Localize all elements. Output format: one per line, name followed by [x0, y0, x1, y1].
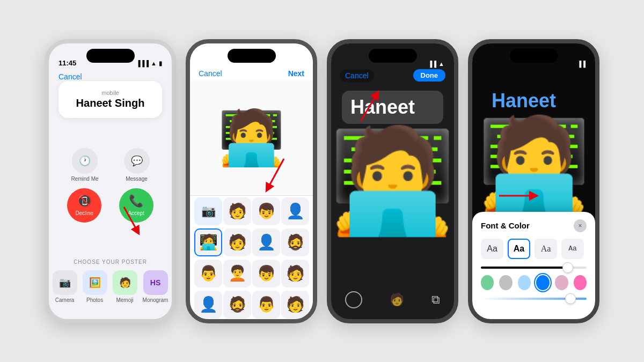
- svg-line-1: [124, 207, 137, 231]
- memoji-cell-15[interactable]: 🧑: [281, 291, 309, 319]
- signal-icon: ▐▐▐: [136, 60, 149, 67]
- font-size-slider[interactable]: [481, 267, 587, 269]
- memoji-cell-14[interactable]: 👨: [252, 291, 280, 319]
- camera-poster-option[interactable]: 📷 Camera: [53, 270, 77, 303]
- memoji-icon-bottom: 🧑: [390, 293, 404, 307]
- signal-icon-2: ▐▐: [287, 61, 296, 67]
- status-icons-4: ▐▐: [577, 61, 586, 67]
- font-option-2-selected[interactable]: Aa: [508, 239, 530, 259]
- panel-close-button[interactable]: ×: [574, 219, 587, 232]
- message-label: Message: [126, 176, 148, 182]
- poster-section-label: CHOOSE YOUR POSTER: [74, 259, 147, 265]
- remind-action[interactable]: 🕐 Remind Me: [71, 148, 98, 182]
- memoji-cell-13[interactable]: 🧔: [223, 291, 251, 319]
- phone2-header: Cancel Next: [190, 69, 313, 78]
- memoji-poster-option[interactable]: 🧑 Memoji: [113, 270, 137, 303]
- poster-options: 📷 Camera 🖼️ Photos 🧑 Memoji HS Monogram: [53, 270, 169, 303]
- color-swatch-lightblue[interactable]: [518, 275, 531, 290]
- memoji-cell-12[interactable]: 👤: [194, 291, 222, 319]
- font-option-4[interactable]: Aa: [561, 239, 584, 259]
- memoji-cell-2[interactable]: 👦: [252, 197, 280, 225]
- memoji-cell-9[interactable]: 🧑‍🦱: [223, 260, 251, 287]
- memoji-cell-8[interactable]: 👨: [194, 260, 222, 287]
- phone3-memoji-figure: 🧑‍💻: [329, 129, 456, 231]
- decline-phone-icon: 📵: [77, 194, 92, 208]
- phone-1: 11:45 ▐▐▐ ▲ ▮ Cancel mobile Haneet Singh…: [45, 39, 176, 323]
- memoji-cell-6[interactable]: 👤: [252, 228, 280, 256]
- camera-cell[interactable]: 📷: [194, 197, 222, 225]
- status-icons-2: ▐▐ ▲: [287, 61, 303, 67]
- opacity-slider[interactable]: [481, 298, 587, 300]
- memoji-cell-1[interactable]: 🧑: [223, 197, 251, 225]
- memoji-grid: 📷 🧑 👦 👤 🧑‍💻 🧑 👤 🧔 👨 🧑‍🦱 👦 🧑 👤 🧔 👨 🧑: [190, 196, 313, 319]
- home-indicator: [345, 291, 362, 308]
- memoji-grid-section: 📷 🧑 👦 👤 🧑‍💻 🧑 👤 🧔 👨 🧑‍🦱 👦 🧑 👤 🧔 👨 🧑: [190, 196, 313, 319]
- color-swatch-hotpink[interactable]: [574, 275, 587, 290]
- color-swatch-green[interactable]: [481, 275, 494, 290]
- contact-name: Haneet Singh: [76, 97, 145, 109]
- name-banner-phone4: Haneet: [483, 84, 584, 117]
- monogram-poster-option[interactable]: HS Monogram: [143, 270, 169, 303]
- battery-icon: ▮: [159, 60, 162, 67]
- memoji-cell-10[interactable]: 👦: [252, 260, 280, 287]
- memoji-cell-11[interactable]: 🧑: [281, 260, 309, 287]
- camera-poster-label: Camera: [55, 297, 75, 303]
- phone3-memoji-display: 🧑‍💻: [331, 119, 454, 231]
- arrow-to-banner: [347, 86, 390, 129]
- font-option-1[interactable]: Aa: [481, 239, 503, 259]
- panel-title: Font & Color: [481, 221, 530, 230]
- memoji-cell-selected[interactable]: 🧑‍💻: [194, 228, 222, 256]
- camera-poster-icon: 📷: [53, 270, 77, 295]
- color-swatch-pink[interactable]: [555, 275, 568, 290]
- phone3-done-button[interactable]: Done: [413, 69, 446, 82]
- status-time-1: 11:45: [58, 59, 76, 67]
- photos-poster-option[interactable]: 🖼️ Photos: [83, 270, 107, 303]
- color-swatches: [481, 275, 587, 290]
- font-options: Aa Aa Aa Aa: [481, 239, 587, 259]
- message-action[interactable]: 💬 Message: [124, 148, 150, 182]
- signal-icon-4: ▐▐: [577, 61, 586, 67]
- color-swatch-blue-selected[interactable]: [536, 275, 550, 290]
- cancel-button-phone1[interactable]: Cancel: [58, 72, 82, 81]
- name-text-phone4: Haneet: [492, 90, 556, 112]
- color-swatch-gray[interactable]: [499, 275, 512, 290]
- memoji-cell-3[interactable]: 👤: [281, 197, 309, 225]
- slider-fill: [481, 267, 568, 269]
- call-actions: 🕐 Remind Me 💬 Message: [58, 148, 162, 182]
- phone1-screen: Cancel mobile Haneet Singh 🕐 Remind Me 💬…: [49, 43, 172, 319]
- signal-icon-3: ▐▐: [428, 61, 437, 67]
- slider-track: [481, 267, 587, 269]
- phone4-screen: Haneet 🧑‍💻 Font & Color ×: [472, 43, 595, 319]
- panel-header: Font & Color ×: [481, 219, 587, 232]
- opacity-thumb[interactable]: [565, 293, 576, 304]
- wifi-icon-3: ▲: [438, 61, 444, 67]
- phone2-next-button[interactable]: Next: [288, 69, 304, 78]
- svg-line-3: [268, 159, 284, 188]
- decline-button[interactable]: 📵 Decline: [67, 188, 101, 223]
- message-circle: 💬: [124, 148, 150, 174]
- dynamic-island-1: [86, 49, 135, 63]
- phone3-cancel-button[interactable]: Cancel: [340, 69, 374, 82]
- poster-section: CHOOSE YOUR POSTER 📷 Camera 🖼️ Photos 🧑 …: [49, 259, 172, 303]
- photos-poster-icon: 🖼️: [83, 270, 107, 295]
- memoji-poster-label: Memoji: [116, 297, 133, 303]
- phone3-header: Cancel Done: [331, 69, 454, 82]
- arrow-to-memoji: [252, 153, 295, 196]
- memoji-cell-7[interactable]: 🧔: [281, 228, 309, 256]
- memoji-cell-5[interactable]: 🧑: [223, 228, 251, 256]
- contact-type-label: mobile: [101, 90, 119, 96]
- wifi-icon-2: ▲: [297, 61, 303, 67]
- message-icon: 💬: [131, 155, 143, 167]
- dynamic-island-3: [369, 49, 417, 63]
- phone3-screen: Cancel Done Haneet 🧑‍💻 🧑 ⧉: [331, 43, 454, 319]
- phone2-screen: Cancel Next 🧑‍💻 📷 🧑 👦 👤 🧑‍💻 🧑: [190, 43, 313, 319]
- dynamic-island-4: [510, 49, 558, 63]
- clock-icon: 🕐: [79, 155, 91, 167]
- slider-thumb[interactable]: [562, 262, 573, 273]
- font-option-3[interactable]: Aa: [535, 239, 557, 259]
- arrow-to-panel: [494, 185, 542, 206]
- close-icon: ×: [578, 222, 582, 230]
- phone-3: ▐▐ ▲ Cancel Done Haneet 🧑‍💻 🧑 ⧉: [327, 39, 458, 323]
- remind-label: Remind Me: [71, 176, 98, 182]
- phone2-cancel-button[interactable]: Cancel: [199, 69, 222, 78]
